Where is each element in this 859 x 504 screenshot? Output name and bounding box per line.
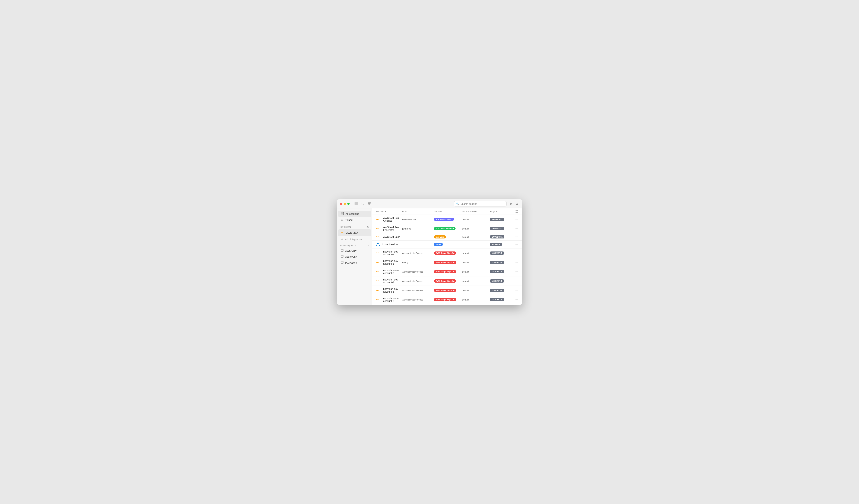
svg-text:aws: aws bbox=[376, 271, 379, 272]
sidebar-item-all-sessions[interactable]: All Sessions bbox=[338, 211, 371, 217]
aws-sso-label: AWS SSO bbox=[346, 232, 358, 234]
region-badge: EU-WEST-1 bbox=[490, 227, 504, 230]
region-cell: US-EAST-1 bbox=[490, 270, 513, 273]
row-action-button[interactable]: ••• bbox=[513, 243, 518, 246]
add-session-button[interactable]: ⊕ bbox=[361, 201, 365, 207]
named-profile-cell: default bbox=[462, 289, 490, 292]
named-profile-cell: default bbox=[462, 236, 490, 238]
named-profile-cell: default bbox=[462, 280, 490, 282]
session-name: aws AWS IAM Role Chained bbox=[376, 217, 402, 222]
sidebar-item-azure-only[interactable]: Azure Only bbox=[338, 254, 371, 259]
table-row[interactable]: aws noovolari-dev-account-1 Administrato… bbox=[372, 249, 522, 258]
sidebar-item-aws-sso[interactable]: aws AWS SSO bbox=[338, 229, 371, 236]
add-integration-icon: ⊕ bbox=[341, 238, 343, 241]
sidebar-item-iam-users[interactable]: IAM Users bbox=[338, 260, 371, 266]
svg-text:aws: aws bbox=[376, 299, 379, 300]
sidebar-item-aws-only[interactable]: AWS Only bbox=[338, 248, 371, 254]
table-row[interactable]: aws noovolari-dev-account-3 Administrato… bbox=[372, 277, 522, 286]
maximize-button[interactable] bbox=[347, 203, 350, 205]
table-row[interactable]: aws AWS IAM Role Federated john.doe IAM … bbox=[372, 224, 522, 233]
col-header-named-profile: Named Profile bbox=[462, 210, 490, 213]
row-action-button[interactable]: ••• bbox=[513, 280, 518, 283]
svg-rect-12 bbox=[341, 255, 343, 257]
col-header-grid[interactable] bbox=[513, 210, 518, 213]
session-name-text: AWS IAM User bbox=[383, 235, 400, 238]
sidebar-item-pinned[interactable]: ◇ Pinned bbox=[338, 217, 371, 223]
table-row[interactable]: aws noovolari-dev-account-6 Administrato… bbox=[372, 295, 522, 304]
session-name-text: AWS IAM Role Federated bbox=[383, 226, 402, 232]
main-window: ⊕ 🔍 ↻ ⚙ bbox=[337, 199, 522, 305]
role-cell: john.doe bbox=[402, 227, 434, 230]
row-action-button[interactable]: ••• bbox=[513, 218, 518, 221]
role-cell: test-user-role bbox=[402, 218, 434, 221]
azure-only-icon bbox=[341, 255, 344, 258]
row-action-button[interactable]: ••• bbox=[513, 235, 518, 238]
row-action-button[interactable]: ••• bbox=[513, 251, 518, 255]
provider-badge: AWS Single Sign-On bbox=[434, 251, 456, 255]
col-header-session[interactable]: Session ▼ bbox=[376, 210, 402, 213]
region-cell: US-EAST-1 bbox=[490, 261, 513, 264]
table-row[interactable]: aws noovolari-dev-account-1 Billing AWS … bbox=[372, 258, 522, 267]
table-row[interactable]: aws AWS IAM User IAM User default EU-WES… bbox=[372, 233, 522, 240]
role-cell: AdministratorAccess bbox=[402, 252, 434, 254]
settings-button[interactable]: ⚙ bbox=[515, 201, 519, 206]
session-name-text: AWS IAM Role Chained bbox=[383, 217, 402, 222]
session-name-text: noovolari-dev-account-5 bbox=[383, 287, 402, 293]
sidebar-toggle-button[interactable] bbox=[354, 201, 358, 206]
add-integration-header-button[interactable]: ⊕ bbox=[367, 225, 369, 229]
svg-rect-0 bbox=[355, 202, 356, 205]
session-name: aws noovolari-dev-account-5 bbox=[376, 287, 402, 293]
row-action-button[interactable]: ••• bbox=[513, 289, 518, 292]
role-cell: AdministratorAccess bbox=[402, 289, 434, 292]
region-badge: US-EAST-1 bbox=[490, 298, 504, 301]
region-cell: US-EAST-1 bbox=[490, 251, 513, 255]
named-profile-cell: default bbox=[462, 218, 490, 221]
content-area: Session ▼ Role Provider Named Profile Re… bbox=[372, 208, 522, 305]
traffic-lights bbox=[340, 203, 350, 205]
table-row[interactable]: aws noovolari-dev-account-5 Administrato… bbox=[372, 286, 522, 295]
col-header-region: Region bbox=[490, 210, 513, 213]
svg-rect-3 bbox=[356, 204, 358, 205]
row-action-button[interactable]: ••• bbox=[513, 270, 518, 273]
svg-rect-2 bbox=[356, 203, 358, 204]
region-badge: US-EAST-1 bbox=[490, 280, 504, 283]
svg-text:aws: aws bbox=[376, 218, 379, 220]
svg-marker-21 bbox=[376, 243, 380, 246]
svg-rect-14 bbox=[515, 210, 517, 211]
add-integration-label: Add Integration bbox=[345, 238, 362, 241]
region-badge: EASTUS bbox=[490, 243, 502, 246]
refresh-button[interactable]: ↻ bbox=[509, 201, 513, 206]
minimize-button[interactable] bbox=[344, 203, 346, 205]
session-name-text: noovolari-dev-account-1 bbox=[383, 259, 402, 265]
region-cell: EU-WEST-1 bbox=[490, 218, 513, 221]
titlebar-right: 🔍 ↻ ⚙ bbox=[454, 201, 519, 206]
svg-text:aws: aws bbox=[376, 289, 379, 291]
sidebar-item-add-integration[interactable]: ⊕ Add Integration bbox=[338, 236, 371, 242]
table-row[interactable]: Azure Session Azure EASTUS ••• bbox=[372, 240, 522, 249]
row-action-button[interactable]: ••• bbox=[513, 298, 518, 301]
provider-badge: AWS Single Sign-On bbox=[434, 280, 456, 283]
aws-logo-icon: aws bbox=[376, 251, 381, 255]
provider-badge: IAM Role Chained bbox=[434, 218, 454, 221]
filter-button[interactable] bbox=[367, 201, 372, 206]
azure-only-label: Azure Only bbox=[345, 255, 357, 258]
titlebar-controls: ⊕ bbox=[354, 201, 372, 207]
table-row[interactable]: aws AWS IAM Role Chained test-user-role … bbox=[372, 215, 522, 224]
row-action-button[interactable]: ••• bbox=[513, 261, 518, 264]
pin-icon: ◇ bbox=[341, 218, 343, 222]
named-profile-cell: default bbox=[462, 270, 490, 273]
collapse-segments-button[interactable]: ▲ bbox=[367, 245, 369, 247]
provider-badge: Azure bbox=[434, 243, 443, 246]
named-profile-cell: default bbox=[462, 298, 490, 301]
azure-logo-icon bbox=[376, 242, 380, 247]
col-header-provider: Provider bbox=[434, 210, 462, 213]
provider-cell: AWS Single Sign-On bbox=[434, 270, 462, 273]
svg-line-22 bbox=[376, 243, 378, 246]
role-cell: AdministratorAccess bbox=[402, 270, 434, 273]
row-action-button[interactable]: ••• bbox=[513, 227, 518, 230]
close-button[interactable] bbox=[340, 203, 342, 205]
table-row[interactable]: aws noovolari-dev-account-2 Administrato… bbox=[372, 267, 522, 277]
search-input[interactable] bbox=[461, 202, 504, 205]
svg-rect-15 bbox=[517, 210, 518, 211]
table-body: aws AWS IAM Role Chained test-user-role … bbox=[372, 215, 522, 305]
